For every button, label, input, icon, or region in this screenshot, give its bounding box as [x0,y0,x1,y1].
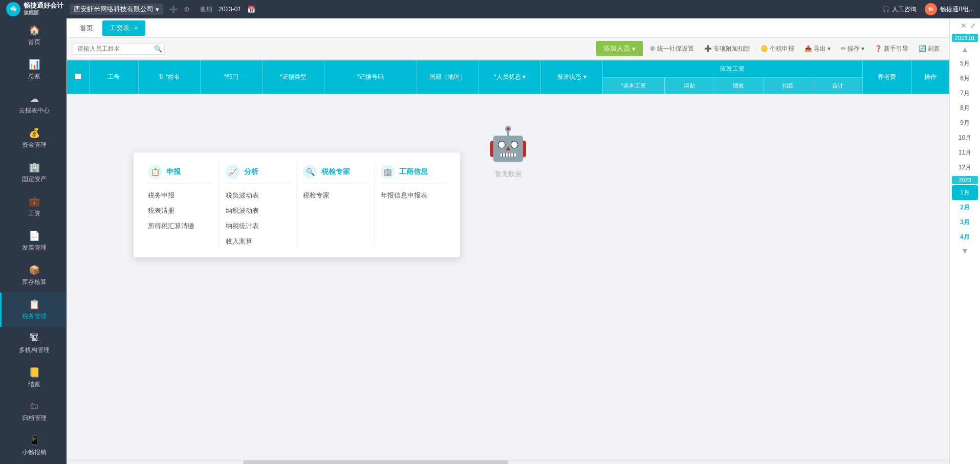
expert-title: 税检专家 [321,167,350,176]
toolbar-guide[interactable]: ❓ 新手引导 [872,42,911,55]
toolbar-export[interactable]: 📤 导出 ▾ [801,42,834,55]
cal-month-12[interactable]: 12月 [950,160,980,175]
toolbar-special-deduct[interactable]: ➕ 专项附加扣除 [701,42,753,55]
dropdown-col-declaration: 📋 申报 税务申报 税表清册 所得税汇算清缴 [142,161,220,249]
tab-salary[interactable]: 工资表 ✕ [102,20,145,36]
sidebar-item-cloud[interactable]: ☁ 云报表中心 [0,87,67,121]
cal-month-1[interactable]: 1月 [952,185,978,200]
cal-month-6[interactable]: 6月 [950,71,980,86]
cal-month-7[interactable]: 7月 [950,86,980,101]
cal-month-9[interactable]: 9月 [950,116,980,130]
top-bar: 会 畅捷通好会计 旗舰版 西安虾米网络科技有限公司 ▾ ➕ ⚙ 账期 2023-… [0,0,980,18]
refresh-label: 刷新 [928,45,940,53]
filter-icon[interactable]: ▾ [522,73,526,80]
th-total: 合计 [813,78,862,94]
sidebar-item-archive[interactable]: 🗂 归档管理 [0,395,67,429]
cal-month-5[interactable]: 5月 [950,56,980,71]
social-insurance-label: 统一社保设置 [657,45,694,53]
add-person-dropdown-icon: ▾ [632,45,636,53]
th-checkbox[interactable] [67,60,90,94]
sidebar-item-multi[interactable]: 🏗 多机构管理 [0,327,67,361]
item-tax-table[interactable]: 税表清册 [148,203,213,218]
item-tax-expert[interactable]: 税检专家 [303,188,368,203]
cal-month-10[interactable]: 10月 [950,130,980,145]
sidebar-item-home[interactable]: 🏠 首页 [0,18,67,53]
filter-send-icon[interactable]: ▾ [583,73,586,80]
sidebar-item-salary[interactable]: 💼 工资 [0,190,67,224]
logo-text-group: 畅捷通好会计 旗舰版 [24,2,63,16]
user-area[interactable]: 畅 畅捷通B组... [925,3,974,15]
sidebar-item-funds[interactable]: 💰 资金管理 [0,121,67,156]
toolbar-operate[interactable]: ✏ 操作 ▾ [838,42,867,55]
cal-month-8[interactable]: 8月 [950,101,980,116]
headset-icon: 🎧 [882,6,890,13]
th-person-status: *人员状态 ▾ [479,60,541,94]
sidebar-label-home: 首页 [28,38,40,47]
sidebar-item-expense[interactable]: 📱 小畅报销 [0,429,67,463]
sidebar-label-multi: 多机构管理 [19,346,50,355]
item-tax-stat[interactable]: 纳税统计表 [226,218,291,234]
add-company-icon[interactable]: ➕ [169,6,178,13]
sidebar-item-inventory[interactable]: 📦 库存核算 [0,258,67,293]
item-annual-report[interactable]: 年报信息申报表 [381,188,446,203]
company-selector[interactable]: 西安虾米网络科技有限公司 ▾ [70,4,163,15]
tab-close-icon[interactable]: ✕ [134,25,138,31]
cal-month-11[interactable]: 11月 [950,145,980,160]
scrollbar-thumb[interactable] [243,460,508,464]
sidebar-item-invoice[interactable]: 📄 发票管理 [0,224,67,258]
toolbar-refresh[interactable]: 🔄 刷新 [916,42,943,55]
search-input[interactable] [77,45,154,52]
th-id-num: *证据号码 [324,60,417,94]
sidebar-label-salary: 工资 [28,209,40,218]
inventory-icon: 📦 [29,264,40,276]
ledger-icon: 📊 [29,59,40,70]
add-person-button[interactable]: 添加人员 ▾ [596,41,643,56]
home-icon: 🏠 [29,25,40,36]
item-tax-declaration[interactable]: 税务申报 [148,188,213,203]
sidebar-item-ledger[interactable]: 📊 总账 [0,53,67,87]
item-income-tax-reconcile[interactable]: 所得税汇算清缴 [148,218,213,234]
sidebar-item-tax[interactable]: 📋 税务管理 [0,293,67,327]
toolbar-social-insurance[interactable]: ⚙ 统一社保设置 [647,42,697,55]
operate-icon: ✏ [841,45,846,52]
business-icon: 🏢 [381,165,395,179]
support-button[interactable]: 🎧 人工咨询 [882,5,917,14]
th-dept: *部门 [201,60,263,94]
special-deduct-icon: ➕ [704,45,712,52]
calendar-icon[interactable]: 📅 [247,6,255,13]
settings-icon[interactable]: ⚙ [184,6,190,13]
tab-salary-label: 工资表 [110,24,129,32]
sidebar-item-assets[interactable]: 🏢 固定资产 [0,156,67,190]
declaration-header: 📋 申报 [148,161,213,184]
tab-home[interactable]: 首页 [73,20,100,36]
calendar-next[interactable]: ▼ [950,245,980,258]
item-income-estimate[interactable]: 收入测算 [226,234,291,249]
th-id-type: *证据类型 [263,60,324,94]
toolbar-tax-declaration[interactable]: 🪙 个税申报 [757,42,797,55]
operate-chevron: ▾ [861,45,864,52]
table-container: 工号 ⇅ *姓名 *部门 *证据类型 *证据号码 国籍（地区） *人员状态 ▾ … [67,60,949,460]
export-icon: 📤 [804,45,812,52]
expense-icon: 📱 [29,435,40,446]
logo-icon: 会 [6,2,20,16]
company-name: 西安虾米网络科技有限公司 [74,5,154,14]
expand-icon: ⤢ [970,21,976,30]
expert-icon: 🔍 [303,165,317,179]
horizontal-scrollbar[interactable] [67,460,949,464]
cal-month-2[interactable]: 2月 [950,200,980,215]
item-tax-wave[interactable]: 纳税波动表 [226,203,291,218]
period-value: 2023-01 [219,6,241,13]
expert-header: 🔍 税检专家 [303,161,368,184]
cal-month-3[interactable]: 3月 [950,215,980,230]
close-icon: ✕ [961,21,967,30]
select-all-checkbox[interactable] [75,73,81,80]
app-name: 畅捷通好会计 [24,2,63,9]
th-salary-group: 应发工资 [602,60,862,78]
guide-toolbar-label: 新手引导 [884,45,908,53]
top-bar-right: 🎧 人工咨询 畅 畅捷通B组... [882,3,974,15]
calendar-prev[interactable]: ▲ [950,43,980,56]
calendar-close[interactable]: ✕ ⤢ [950,18,980,33]
cal-month-4[interactable]: 4月 [950,230,980,245]
item-tax-burden-wave[interactable]: 税负波动表 [226,188,291,203]
sidebar-item-closing[interactable]: 📒 结账 [0,361,67,395]
